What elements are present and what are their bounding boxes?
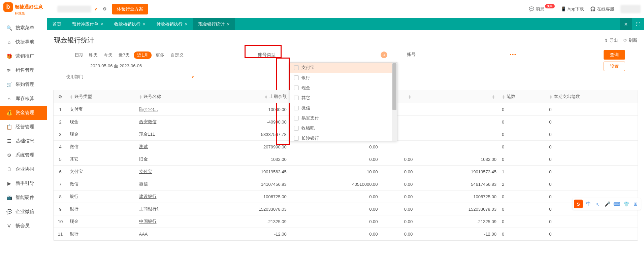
query-button[interactable]: 查询 xyxy=(604,50,625,60)
avatar-blur[interactable] xyxy=(620,5,641,13)
date-pill[interactable]: 今天 xyxy=(102,51,115,59)
dropdown-item[interactable]: 长沙银行 xyxy=(290,133,397,141)
dropdown-scrollbar[interactable] xyxy=(392,63,397,141)
checkbox[interactable] xyxy=(294,85,299,90)
date-pill[interactable]: 近7天 xyxy=(117,51,132,59)
tab-4[interactable]: 现金银行统计✕ xyxy=(193,18,235,30)
cell-name[interactable]: 测试 xyxy=(136,141,206,153)
table-config-icon[interactable]: ⚙ xyxy=(54,90,67,103)
checkbox[interactable] xyxy=(294,116,299,120)
ime-skin-icon[interactable]: 👕 xyxy=(622,200,630,208)
tab-close-icon[interactable]: ✕ xyxy=(227,22,230,27)
checkbox[interactable] xyxy=(294,96,299,100)
column-header[interactable]: ▲▼上期余额 xyxy=(205,90,289,103)
tab-0[interactable]: 首页 xyxy=(47,18,67,30)
sidebar-item-12[interactable]: 📺智能硬件 xyxy=(0,191,47,205)
cell-name[interactable]: 西安微信 xyxy=(136,116,206,128)
sidebar-item-2[interactable]: 🎁营销推广 xyxy=(0,49,47,63)
sidebar-item-11[interactable]: ▶新手引导 xyxy=(0,176,47,191)
sidebar-item-9[interactable]: ⚙系统管理 xyxy=(0,148,47,162)
account-type-collapse-icon[interactable]: ∧ xyxy=(381,51,387,58)
sogou-icon[interactable]: S xyxy=(574,200,583,208)
dept-chevron-icon[interactable]: ∨ xyxy=(191,74,194,79)
column-header[interactable]: ▲▼账号类型 xyxy=(67,90,136,103)
cell-out: 0 xyxy=(546,178,638,191)
cell-name[interactable]: 支付宝 xyxy=(136,166,206,178)
gear-icon[interactable]: ⚙ xyxy=(101,5,109,13)
sidebar-item-7[interactable]: 📋经营管理 xyxy=(0,120,47,134)
cell-name[interactable]: 陆(○○○)... xyxy=(136,103,206,116)
tab-fullscreen-button[interactable]: ⛶ xyxy=(632,18,644,30)
settings-button[interactable]: 设置 xyxy=(604,62,625,71)
sidebar-item-4[interactable]: 🛒采购管理 xyxy=(0,77,47,92)
dropdown-item[interactable]: 收钱吧 xyxy=(290,123,397,133)
dropdown-item[interactable]: 易宝支付 xyxy=(290,113,397,123)
date-pill[interactable]: 昨天 xyxy=(87,51,100,59)
export-label: 导出 xyxy=(609,37,618,43)
cell-name[interactable]: 旧金 xyxy=(136,153,206,166)
message-link[interactable]: 💬 消息 99+ xyxy=(529,6,555,12)
tab-3[interactable]: 付款核销执行✕ xyxy=(151,18,193,30)
cell-name[interactable]: AAA xyxy=(136,228,206,240)
dropdown-item[interactable]: 微信 xyxy=(290,103,397,113)
sidebar-item-10[interactable]: 🗓企业协同 xyxy=(0,162,47,176)
export-button[interactable]: ⇪ 导出 xyxy=(604,37,618,43)
ime-punct-button[interactable]: •, xyxy=(594,200,602,208)
tab-2[interactable]: 收款核销执行✕ xyxy=(109,18,151,30)
checkbox[interactable] xyxy=(294,106,299,110)
logo[interactable]: b 畅捷通好生意 标准版 xyxy=(3,2,51,16)
refresh-button[interactable]: ⟳ 刷新 xyxy=(623,37,637,43)
dropdown-item[interactable]: 支付宝 xyxy=(290,63,397,73)
sidebar-item-1[interactable]: ⌂快捷导航 xyxy=(0,35,47,49)
date-pill[interactable]: 自定义 xyxy=(168,51,186,59)
sort-icon[interactable]: ▲▼ xyxy=(408,95,411,99)
app-download-link[interactable]: 📱 App下载 xyxy=(561,6,584,12)
column-header[interactable]: ▲▼本期支出笔数 xyxy=(546,90,638,103)
checkbox[interactable] xyxy=(294,75,299,80)
online-service-link[interactable]: 🎧 在线客服 xyxy=(590,6,614,12)
column-header[interactable]: ▲▼笔数 xyxy=(499,90,546,103)
checkbox[interactable] xyxy=(294,136,299,141)
ime-toolbox-icon[interactable]: ⊞ xyxy=(632,200,639,208)
column-header[interactable]: ▲▼账号名称 xyxy=(136,90,206,103)
more-filters-button[interactable]: ••• xyxy=(510,52,517,57)
cell-name[interactable]: 现金111 xyxy=(136,128,206,141)
date-pill[interactable]: 更多 xyxy=(154,51,166,59)
cell-prev: 1032.00 xyxy=(205,153,289,166)
sort-icon[interactable]: ▲▼ xyxy=(264,95,268,99)
tab-close-icon[interactable]: ✕ xyxy=(185,22,188,27)
dropdown-item[interactable]: 现金 xyxy=(290,83,397,93)
tab-1[interactable]: 预付冲应付单✕ xyxy=(67,18,109,30)
checkbox[interactable] xyxy=(294,126,299,131)
tab-close-all-button[interactable]: ✕ xyxy=(620,18,632,30)
sidebar-item-6[interactable]: 💰资金管理 xyxy=(0,106,47,120)
tab-close-icon[interactable]: ✕ xyxy=(142,22,146,27)
ime-lang-button[interactable]: 中 xyxy=(585,200,592,208)
sort-icon[interactable]: ▲▼ xyxy=(492,95,495,99)
cell-name[interactable]: 微信 xyxy=(136,178,206,191)
column-header[interactable]: ▲▼ xyxy=(415,90,499,103)
chevron-down-icon[interactable]: ∨ xyxy=(94,7,97,11)
cell-name[interactable]: 工商银行1 xyxy=(136,203,206,215)
sort-icon[interactable]: ▲▼ xyxy=(502,95,505,99)
sidebar-item-3[interactable]: 🛍销售管理 xyxy=(0,63,47,77)
sidebar-item-8[interactable]: ☰基础信息 xyxy=(0,134,47,148)
sort-icon[interactable]: ▲▼ xyxy=(139,95,142,99)
sort-icon[interactable]: ▲▼ xyxy=(549,95,552,99)
date-pill[interactable]: 近1月 xyxy=(134,51,152,59)
sidebar-item-0[interactable]: 🔍搜索菜单 xyxy=(0,21,47,35)
cell-name[interactable]: 建设银行 xyxy=(136,191,206,203)
dropdown-item[interactable]: 银行 xyxy=(290,73,397,83)
sidebar-item-5[interactable]: ⌂库存核算 xyxy=(0,92,47,106)
cell-name[interactable]: 中国银行 xyxy=(136,215,206,228)
tab-close-icon[interactable]: ✕ xyxy=(100,22,103,27)
checkbox[interactable] xyxy=(294,65,299,70)
ime-keyboard-icon[interactable]: ⌨ xyxy=(613,200,620,208)
account-type-input[interactable] xyxy=(278,51,379,58)
sort-icon[interactable]: ▲▼ xyxy=(70,95,73,99)
sidebar-item-13[interactable]: 💬企业微信 xyxy=(0,205,47,219)
experience-button[interactable]: 体验行业方案 xyxy=(112,4,148,14)
ime-mic-icon[interactable]: 🎤 xyxy=(604,200,611,208)
sidebar-item-14[interactable]: V畅会员 xyxy=(0,219,47,233)
dropdown-item[interactable]: 其它 xyxy=(290,93,397,103)
